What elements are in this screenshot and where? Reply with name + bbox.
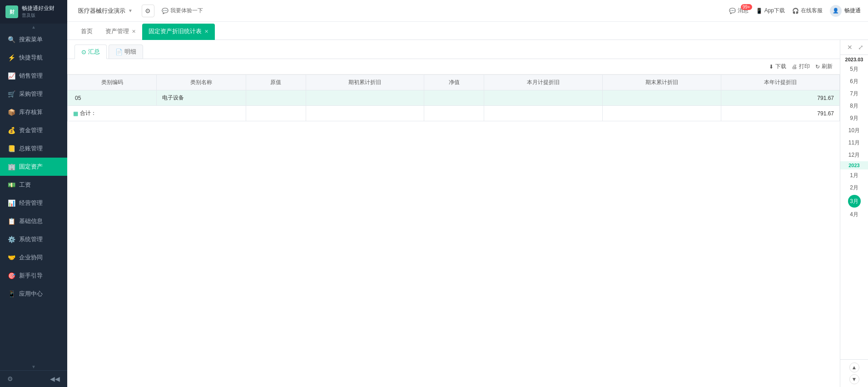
summary-icon: ⊙ [81,49,86,55]
sidebar-item-purchase[interactable]: 🛒 采购管理 [0,85,67,103]
tab-close-icon[interactable]: ✕ [132,29,136,35]
date-month-7[interactable]: 7月 [840,88,868,100]
fixed-assets-icon: 🏢 [7,163,15,170]
app-download-icon: 📱 [756,8,763,14]
col-monthly: 本月计提折旧 [484,75,603,90]
topbar: 医疗器械行业演示 ▼ ⚙ 💬 我要体验一下 💬 消息 99+ 📱 App下载 🎧… [67,0,868,22]
guide-icon: 🎯 [7,272,15,279]
sidebar-settings-icon[interactable]: ⚙ [7,375,13,382]
tab-home[interactable]: 首页 [74,24,99,40]
date-month-5[interactable]: 5月 [840,63,868,75]
sidebar-nav: 🔍 搜索菜单 ⚡ 快捷导航 📈 销售管理 🛒 采购管理 📦 库存核算 💰 资金管… [0,30,67,363]
panel-up-icon[interactable]: ▲ [849,362,859,372]
quick-nav-icon: ⚡ [7,54,15,61]
date-panel-year-label: 2023.03 [840,55,868,63]
avatar: 👤 [830,5,842,17]
sidebar-item-label: 固定资产 [19,163,43,171]
sidebar-item-label: 资金管理 [19,126,43,134]
topbar-settings-button[interactable]: ⚙ [142,5,154,17]
sidebar-item-app-center[interactable]: 📱 应用中心 [0,285,67,303]
sidebar-item-label: 库存核算 [19,108,43,116]
total-annual: 791.67 [721,106,840,121]
table-total-row: ▦ 合计： 791.67 [68,106,840,121]
total-label: 合计： [80,109,96,117]
download-icon: ⬇ [769,64,774,70]
app-logo: 财 畅捷通好业财 普及版 [0,0,67,24]
sidebar-scroll-up[interactable]: ▲ [31,25,36,30]
sidebar-item-enterprise[interactable]: 🤝 企业协同 [0,248,67,267]
sub-tab-summary[interactable]: ⊙ 汇总 [74,45,107,59]
cell-initial-accum [306,90,424,106]
settings-icon: ⚙ [145,7,151,15]
sidebar-scroll-down[interactable]: ▼ [31,364,36,369]
experience-button[interactable]: 💬 我要体验一下 [162,7,203,15]
date-month-2023-1[interactable]: 1月 [840,169,868,182]
sidebar-item-label: 总账管理 [19,144,43,153]
panel-close-button[interactable]: ✕ [845,43,854,52]
sidebar-item-fixed-assets[interactable]: 🏢 固定资产 [0,158,67,176]
col-original: 原值 [246,75,306,90]
date-month-10[interactable]: 10月 [840,124,868,137]
sales-icon: 📈 [7,72,15,79]
total-label-cell: ▦ 合计： [68,106,246,121]
date-month-8[interactable]: 8月 [840,100,868,112]
sub-tab-detail[interactable]: 📄 明细 [109,45,143,59]
customer-service-button[interactable]: 🎧 在线客服 [792,7,823,15]
panel-expand-button[interactable]: ⤢ [856,43,865,52]
username: 畅捷通 [844,7,861,15]
table-wrap: 类别编码 类别名称 原值 期初累计折旧 净值 本月计提折旧 期末累计折旧 本年计… [67,74,840,387]
col-code: 类别编码 [68,75,157,90]
tab-label: 首页 [81,27,93,35]
sidebar-item-quick-nav[interactable]: ⚡ 快捷导航 [0,49,67,67]
sidebar-item-sales[interactable]: 📈 销售管理 [0,67,67,85]
total-monthly [484,106,603,121]
sidebar-item-fund[interactable]: 💰 资金管理 [0,121,67,139]
date-month-2023-4[interactable]: 4月 [840,208,868,221]
cell-monthly [484,90,603,106]
date-month-11[interactable]: 11月 [840,137,868,149]
sidebar-item-payroll[interactable]: 💵 工资 [0,176,67,194]
total-period-end [603,106,721,121]
message-button[interactable]: 💬 消息 99+ [729,7,749,15]
sidebar-bottom: ⚙ ◀◀ [0,370,67,387]
sidebar-item-label: 销售管理 [19,72,43,80]
date-month-2023-3[interactable]: 3月 [848,195,861,208]
refresh-button[interactable]: ↻ 刷新 [815,63,833,70]
basic-info-icon: 📋 [7,218,15,225]
date-month-12[interactable]: 12月 [840,149,868,161]
date-scroll-area[interactable]: 5月 6月 7月 8月 9月 10月 11月 12月 2023 1月 2月 3月… [840,63,868,359]
app-download-button[interactable]: 📱 App下载 [756,7,785,15]
refresh-label: 刷新 [822,63,833,70]
sidebar-item-label: 应用中心 [19,290,43,298]
sidebar-item-guide[interactable]: 🎯 新手引导 [0,267,67,285]
expand-icon: ▦ [73,110,78,117]
sidebar-item-ledger[interactable]: 📒 总账管理 [0,139,67,158]
sidebar-collapse-icon[interactable]: ◀◀ [50,375,60,382]
date-month-6[interactable]: 6月 [840,75,868,88]
sidebar-item-system[interactable]: ⚙️ 系统管理 [0,230,67,248]
sidebar-item-operations[interactable]: 📊 经营管理 [0,194,67,212]
panel-header: ✕ ⤢ [840,40,868,55]
col-annual: 本年计提折旧 [721,75,840,90]
tab-close-icon[interactable]: ✕ [204,29,208,35]
refresh-icon: ↻ [815,64,820,70]
page-main: ⊙ 汇总 📄 明细 ⬇ 下载 🖨 打印 ↻ [67,40,840,387]
download-button[interactable]: ⬇ 下载 [769,63,786,70]
tab-fixed-asset-depreciation[interactable]: 固定资产折旧统计表 ✕ [142,24,215,40]
print-button[interactable]: 🖨 打印 [792,63,810,70]
date-month-9[interactable]: 9月 [840,112,868,124]
customer-service-label: 在线客服 [801,7,823,15]
panel-down-icon[interactable]: ▼ [849,374,859,384]
total-initial-accum [306,106,424,121]
sidebar-item-inventory[interactable]: 📦 库存核算 [0,103,67,121]
sidebar-item-basic-info[interactable]: 📋 基础信息 [0,212,67,230]
tab-asset-mgmt[interactable]: 资产管理 ✕ [99,24,142,40]
purchase-icon: 🛒 [7,90,15,98]
col-name: 类别名称 [157,75,246,90]
date-month-2023-2[interactable]: 2月 [840,182,868,194]
main-content: 医疗器械行业演示 ▼ ⚙ 💬 我要体验一下 💬 消息 99+ 📱 App下载 🎧… [67,0,868,387]
company-selector[interactable]: 医疗器械行业演示 ▼ [74,5,136,17]
cell-original [246,90,306,106]
print-label: 打印 [799,63,810,70]
sidebar-item-search[interactable]: 🔍 搜索菜单 [0,30,67,49]
